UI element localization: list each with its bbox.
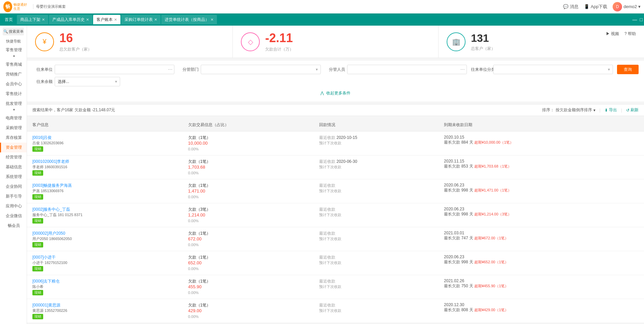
debt-amount[interactable]: 652.00 (188, 260, 309, 265)
sidebar-item-inventory[interactable]: 库存核算 (0, 133, 27, 143)
tab-close-inbound-stats[interactable]: ✕ (211, 18, 214, 22)
person-dots[interactable]: ··· (460, 66, 465, 72)
next-collect-label: 预计下次收款 (319, 165, 433, 170)
sidebar-item-ecommerce[interactable]: 电商管理 (0, 113, 27, 123)
customer-name[interactable]: [0001020001]李老师 (32, 159, 177, 165)
debt-amount[interactable]: 10,000.00 (188, 141, 309, 146)
chevron-down-icon: ▴ (13, 107, 15, 111)
table-cell-debt: 欠款（1笔） 10,000.00 0.00% (183, 131, 314, 155)
debt-amount[interactable]: 429.00 (188, 308, 309, 313)
sidebar-item-batch-mgmt[interactable]: 批发管理 ▴ (0, 99, 27, 113)
sidebar-item-guide[interactable]: 新手引导 (0, 192, 27, 201)
help-btn[interactable]: ? 帮助 (624, 31, 636, 37)
debt-amount[interactable]: 1,214.00 (188, 212, 309, 217)
window-minimize-btn[interactable]: — (633, 17, 637, 22)
logo-text: 畅捷通好生意 (13, 3, 30, 11)
overdue-days: 最长欠款 884 天 超期¥10,000.00（1笔） (444, 140, 639, 145)
overdue-amount[interactable]: 超期¥1,214.00（3笔） (474, 212, 511, 216)
sidebar-item-retail-store[interactable]: 零售商城 (0, 60, 27, 69)
sidebar-item-app-center[interactable]: 应用中心 (0, 201, 27, 211)
customer-name[interactable]: [0007]小进干 (32, 255, 177, 260)
messages-btn[interactable]: 💬 消息 (563, 4, 579, 10)
app-download-btn[interactable]: 📱 App下载 (584, 4, 607, 10)
from-unit-dots[interactable]: ··· (168, 66, 172, 72)
customer-name[interactable]: [0016]吕俊 (32, 135, 177, 141)
refresh-btn[interactable]: ↺ 刷新 (626, 107, 639, 113)
sidebar-item-retail-mgmt[interactable]: 零售管理 ▴ (0, 45, 27, 60)
debt-amount[interactable]: 1,703.68 (188, 165, 309, 170)
overdue-amount[interactable]: 超期¥455.90（1笔） (474, 284, 508, 288)
customer-name[interactable]: [0003]畅捷服务尹海蒸 (32, 183, 177, 188)
sidebar-item-retail-stats[interactable]: 零售统计 (0, 89, 27, 99)
from-unit-input[interactable] (55, 65, 174, 74)
window-controls: — □ (633, 17, 643, 22)
tab-close-purchase-order[interactable]: ✕ (154, 18, 157, 22)
sidebar-item-system[interactable]: 系统管理 (0, 172, 27, 182)
status-badge: 现销 (32, 314, 43, 319)
dept-chevron-down-icon: ▾ (316, 67, 318, 72)
filter-area: 往来单位 ··· 分管部门 ▾ 分管人员 (27, 61, 644, 101)
tab-close-product-listing[interactable]: ✕ (42, 18, 45, 22)
overdue-amount[interactable]: 超期¥1,471.00（1笔） (474, 188, 511, 192)
tab-close-product-inbound[interactable]: ✕ (86, 18, 89, 22)
tab-product-inbound[interactable]: 产成品入库单历史 ✕ (49, 15, 92, 24)
sidebar-item-marketing[interactable]: 营销推广 (0, 69, 27, 79)
overdue-amount[interactable]: 超期¥672.00（1笔） (474, 236, 508, 240)
table-cell-debt: 欠款（1笔） 429.00 0.00% (183, 299, 314, 323)
tab-product-listing[interactable]: 商品上下架 ✕ (17, 15, 48, 24)
sidebar-item-finance[interactable]: 资金管理 (0, 143, 27, 152)
window-maximize-btn[interactable]: □ (640, 17, 643, 22)
tab-customer-account[interactable]: 客户账本 ✕ (93, 15, 120, 24)
col-debt-info: 欠款交易信息（占比） (183, 119, 314, 131)
export-btn[interactable]: ⬇ 导出 (605, 107, 617, 113)
tab-close-customer-account[interactable]: ✕ (114, 18, 117, 22)
sidebar-item-quick-nav[interactable]: 快捷导航 (0, 37, 27, 45)
summary-card-amount: ◇ -2.11 欠款合计（万） (233, 26, 439, 58)
filter-row-1: 往来单位 ··· 分管部门 ▾ 分管人员 (32, 65, 639, 74)
sort-select[interactable]: 排序： 按欠款金额倒序排序 ▾ (542, 107, 595, 113)
overdue-days: 最长欠款 747 天 超期¥672.00（1笔） (444, 235, 639, 241)
overdue-days: 最长欠款 750 天 超期¥455.90（1笔） (444, 283, 639, 289)
search-menu-btn[interactable]: 🔍 搜索菜单 (3, 28, 24, 35)
sidebar-item-purchase[interactable]: 采购管理 (0, 123, 27, 133)
overdue-amount[interactable]: 超期¥1,703.68（1笔） (474, 164, 511, 168)
debt-amount[interactable]: 672.00 (188, 236, 309, 241)
table-cell-customer: [0006]去下粮仓 陈小希 现销 (27, 275, 183, 299)
tab-inbound-stats[interactable]: 进货单统计表（按商品） ✕ (161, 15, 217, 24)
table-cell-collection: 最近收款 预计下次收款 (314, 299, 439, 323)
customer-name[interactable]: [0006]去下粮仓 (32, 278, 177, 284)
tab-purchase-order[interactable]: 采购订单统计表 ✕ (121, 15, 161, 24)
dept-select[interactable]: ▾ (201, 65, 320, 74)
tab-home[interactable]: 首页 (1, 15, 16, 24)
collapse-bar[interactable]: ⋀ 收起更多条件 (32, 89, 639, 97)
sidebar-item-vip-member[interactable]: 畅会员 (0, 221, 27, 231)
last-collect-label: 最近收款 (319, 207, 433, 212)
video-btn[interactable]: ▶ 视频 (606, 31, 619, 37)
debt-amount[interactable]: 455.90 (188, 284, 309, 289)
sidebar-item-operations[interactable]: 经营管理 (0, 152, 27, 162)
sidebar-item-corp-wechat[interactable]: 企业微信 (0, 211, 27, 221)
balance-select[interactable]: 选择... ▾ (55, 77, 120, 86)
overdue-amount[interactable]: 超期¥429.00（1笔） (474, 308, 508, 312)
person-label: 分管人员 (325, 67, 345, 72)
query-button[interactable]: 查询 (617, 65, 639, 74)
debt-ratio: 0.00% (188, 219, 309, 223)
unit-category-chevron-down-icon: ▾ (608, 67, 610, 72)
table-cell-customer: [0007]小进干 小进干 18279152100 现销 (27, 251, 183, 275)
customer-name[interactable]: [000002]用户2050 (32, 231, 177, 236)
overdue-amount[interactable]: 超期¥652.00（1笔） (474, 260, 508, 264)
user-menu[interactable]: D demo2 ▾ (613, 2, 641, 11)
customer-name[interactable]: [000001]黄思源 (32, 302, 177, 308)
card-help-actions: ▶ 视频 ? 帮助 (606, 31, 636, 37)
sidebar-item-enterprise[interactable]: 企业协同 (0, 182, 27, 192)
person-input[interactable] (347, 65, 467, 74)
sidebar-item-member-center[interactable]: 会员中心 (0, 79, 27, 89)
customer-phone: 尹蒸 18513066976 (32, 188, 177, 194)
overdue-amount[interactable]: 超期¥10,000.00（1笔） (474, 140, 513, 144)
sidebar-item-basic-info[interactable]: 基础信息 (0, 162, 27, 172)
customer-name[interactable]: [0002]服务中心_丁磊 (32, 207, 177, 212)
table-cell-debt: 欠款（3笔） 1,214.00 0.00% (183, 203, 314, 227)
debtors-label: 总欠款客户（家） (59, 47, 92, 52)
unit-category-select[interactable]: ▾ (493, 65, 613, 74)
debt-amount[interactable]: 1,471.00 (188, 188, 309, 194)
